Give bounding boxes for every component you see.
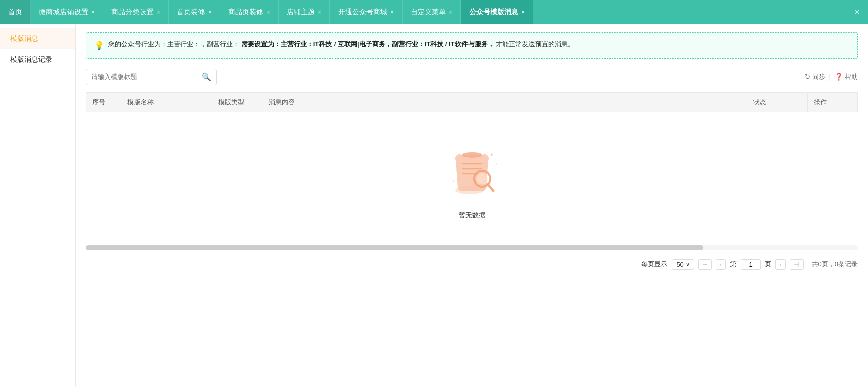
search-icon: 🔍 xyxy=(202,72,211,81)
nav-tab-open-mall[interactable]: 开通公众号商城 × xyxy=(330,0,403,24)
nav-tab-homepage-decor-label: 首页装修 xyxy=(177,8,205,17)
sync-icon: ↻ xyxy=(805,73,810,81)
help-icon: ❓ xyxy=(835,73,843,81)
help-button[interactable]: ❓ 帮助 xyxy=(835,72,858,82)
nav-tab-home[interactable]: 首页 xyxy=(0,0,31,24)
svg-line-7 xyxy=(488,184,493,191)
th-content: 消息内容 xyxy=(262,92,747,112)
search-button[interactable]: 🔍 xyxy=(196,69,216,85)
nav-tab-custom-menu-label: 自定义菜单 xyxy=(411,8,446,17)
search-input-wrap: 🔍 xyxy=(86,69,217,85)
empty-illustration: ✦ ✦ ✦ xyxy=(442,142,502,203)
info-icon: 💡 xyxy=(94,39,104,52)
main-layout: 模版消息 模版消息记录 💡 您的公众号行业为：主营行业：，副营行业： 需要设置为… xyxy=(0,24,868,386)
sidebar-item-template-msg-record[interactable]: 模版消息记录 xyxy=(0,49,75,70)
nav-tab-category-settings[interactable]: 商品分类设置 × xyxy=(103,0,169,24)
nav-tab-open-mall-label: 开通公众号商城 xyxy=(338,8,387,17)
sidebar-item-template-msg-record-label: 模版消息记录 xyxy=(10,55,52,63)
last-page-button[interactable]: ⊣ xyxy=(790,259,804,270)
svg-point-1 xyxy=(462,152,482,158)
nav-tab-product-decor-label: 商品页装修 xyxy=(228,8,263,17)
data-table: 序号 模版名称 模版类型 消息内容 状态 操作 xyxy=(86,92,858,240)
info-box-text: 您的公众号行业为：主营行业：，副营行业： 需要设置为：主营行业：IT科技 / 互… xyxy=(108,39,574,50)
page-input[interactable] xyxy=(741,259,761,270)
th-ops: 操作 xyxy=(808,92,858,112)
info-box: 💡 您的公众号行业为：主营行业：，副营行业： 需要设置为：主营行业：IT科技 /… xyxy=(86,32,858,59)
info-highlight: 需要设置为：主营行业：IT科技 / 互联网|电子商务，副营行业：IT科技 / I… xyxy=(241,40,494,48)
nav-tab-shop-theme[interactable]: 店铺主题 × xyxy=(279,0,330,24)
sidebar-item-template-msg[interactable]: 模版消息 xyxy=(0,28,75,49)
search-input[interactable] xyxy=(86,70,196,84)
sync-label: 同步 xyxy=(812,72,825,82)
first-page-button[interactable]: ⊢ xyxy=(698,259,712,270)
page-label: 第 xyxy=(730,260,737,269)
sync-button[interactable]: ↻ 同步 xyxy=(805,72,825,82)
nav-tab-home-label: 首页 xyxy=(8,8,22,17)
table-empty-cell: ✦ ✦ ✦ 暂无数据 xyxy=(86,112,858,240)
search-bar: 🔍 ↻ 同步 | ❓ 帮助 xyxy=(86,69,858,85)
table-empty-row: ✦ ✦ ✦ 暂无数据 xyxy=(86,112,858,240)
info-prefix: 您的公众号行业为：主营行业：，副营行业： xyxy=(108,40,239,48)
nav-tab-custom-menu[interactable]: 自定义菜单 × xyxy=(403,0,461,24)
th-seq-label: 序号 xyxy=(92,98,105,106)
empty-state-text: 暂无数据 xyxy=(459,211,485,220)
nav-tab-template-msg-close[interactable]: × xyxy=(521,9,525,16)
per-page-value: 50 xyxy=(676,261,683,268)
nav-tab-shop-settings[interactable]: 微商城店铺设置 × xyxy=(31,0,103,24)
per-page-select[interactable]: 50 ∨ xyxy=(672,259,694,270)
search-actions: ↻ 同步 | ❓ 帮助 xyxy=(805,72,858,82)
th-type-label: 模版类型 xyxy=(218,98,244,106)
empty-state: ✦ ✦ ✦ 暂无数据 xyxy=(86,112,858,240)
nav-tab-template-msg[interactable]: 公众号模版消息 × xyxy=(461,0,533,24)
th-status: 状态 xyxy=(747,92,808,112)
nav-tab-shop-settings-label: 微商城店铺设置 xyxy=(39,8,88,17)
nav-tab-shop-theme-close[interactable]: × xyxy=(318,9,321,16)
th-name-label: 模版名称 xyxy=(127,98,154,106)
th-name: 模版名称 xyxy=(121,92,212,112)
nav-tab-shop-theme-label: 店铺主题 xyxy=(287,8,315,17)
svg-text:✦: ✦ xyxy=(495,162,498,166)
th-content-label: 消息内容 xyxy=(269,98,295,106)
scroll-bar-area[interactable] xyxy=(86,245,858,250)
th-status-label: 状态 xyxy=(753,98,766,106)
svg-point-6 xyxy=(477,173,488,184)
close-all-button[interactable]: × xyxy=(846,7,868,18)
per-page-label: 每页显示 xyxy=(641,260,667,269)
svg-text:✦: ✦ xyxy=(452,179,455,184)
chevron-down-icon: ∨ xyxy=(686,261,690,268)
pagination: 每页显示 50 ∨ ⊢ ‹ 第 页 › ⊣ 共0页，0条记录 xyxy=(86,255,858,274)
nav-tab-shop-settings-close[interactable]: × xyxy=(91,9,95,16)
help-label: 帮助 xyxy=(845,72,858,82)
nav-tab-template-msg-label: 公众号模版消息 xyxy=(469,8,518,17)
svg-text:✦: ✦ xyxy=(490,152,494,158)
nav-tab-category-settings-close[interactable]: × xyxy=(157,9,160,16)
th-ops-label: 操作 xyxy=(814,98,827,106)
divider: | xyxy=(829,73,831,81)
next-page-button[interactable]: › xyxy=(775,259,785,270)
nav-tab-open-mall-close[interactable]: × xyxy=(390,9,394,16)
page-unit: 页 xyxy=(765,260,771,269)
nav-tab-product-decor[interactable]: 商品页装修 × xyxy=(220,0,279,24)
prev-page-button[interactable]: ‹ xyxy=(716,259,726,270)
th-seq: 序号 xyxy=(86,92,121,112)
table-header-row: 序号 模版名称 模版类型 消息内容 状态 操作 xyxy=(86,92,858,112)
info-suffix: 才能正常发送预置的消息。 xyxy=(496,40,574,48)
nav-tab-category-settings-label: 商品分类设置 xyxy=(111,8,154,17)
scroll-bar-thumb xyxy=(86,245,703,250)
sidebar-item-template-msg-label: 模版消息 xyxy=(10,34,38,42)
nav-tab-homepage-decor-close[interactable]: × xyxy=(208,9,212,16)
nav-tab-product-decor-close[interactable]: × xyxy=(266,9,270,16)
top-nav: 首页 微商城店铺设置 × 商品分类设置 × 首页装修 × 商品页装修 × 店铺主… xyxy=(0,0,868,24)
page-total: 共0页，0条记录 xyxy=(812,260,858,269)
nav-tab-homepage-decor[interactable]: 首页装修 × xyxy=(169,0,220,24)
content-area: 💡 您的公众号行业为：主营行业：，副营行业： 需要设置为：主营行业：IT科技 /… xyxy=(76,24,868,386)
nav-tab-custom-menu-close[interactable]: × xyxy=(449,9,452,16)
th-type: 模版类型 xyxy=(212,92,262,112)
sidebar: 模版消息 模版消息记录 xyxy=(0,24,76,386)
